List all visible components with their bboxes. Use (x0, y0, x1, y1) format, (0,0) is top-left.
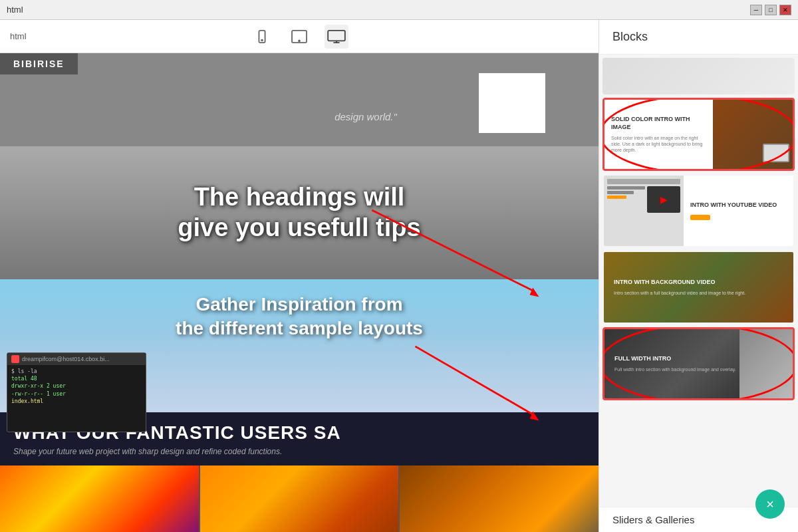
canvas-area: html (0, 20, 598, 532)
blocks-list[interactable]: SOLID COLOR INTRO WITH IMAGE Solid color… (599, 55, 798, 507)
block-2-cta (690, 215, 710, 220)
image-thumbnail-3 (400, 466, 598, 532)
block-intro-background-video[interactable]: INTRO WITH BACKGROUND VIDEO Intro sectio… (602, 251, 795, 324)
desktop-device-button[interactable] (325, 25, 348, 49)
youtube-preview: ▶ (647, 186, 680, 213)
window-title: html (7, 5, 23, 15)
section-top: BIBIRISE design world." (0, 53, 598, 146)
chat-body: $ ls -la total 48 drwxr-xr-x 2 user -rw-… (7, 365, 146, 408)
maximize-button[interactable]: □ (765, 5, 777, 15)
top-toolbar: html (0, 20, 598, 53)
image-thumbnail-2 (200, 466, 399, 532)
svg-point-3 (299, 40, 300, 41)
block-2-title: INTRO WITH YOUTUBE VIDEO (690, 201, 787, 209)
chat-terminal-overlay: dreampifcom@host014.cbox.bi... $ ls -la … (7, 352, 146, 432)
logo: BIBIRISE (0, 53, 78, 74)
close-button[interactable]: × (755, 489, 785, 519)
mobile-device-button[interactable] (250, 25, 274, 49)
page-preview: BIBIRISE design world." The headings wil… (0, 53, 598, 532)
block-solid-color-intro[interactable]: SOLID COLOR INTRO WITH IMAGE Solid color… (602, 98, 795, 171)
window-controls[interactable]: ─ □ ✕ (750, 5, 791, 15)
section-images (0, 466, 598, 532)
svg-rect-4 (328, 30, 345, 41)
heading-text: The headings will give you usefull tips (158, 176, 440, 249)
gather-text: Gather Inspiration from the different sa… (0, 279, 598, 341)
image-thumbnail-1 (0, 466, 199, 532)
chat-header: dreampifcom@host014.cbox.bi... (7, 353, 146, 365)
testimonial-subtext: Shape your future web project with sharp… (13, 447, 341, 456)
panel-header: Blocks (599, 20, 798, 55)
file-title: html (10, 31, 27, 41)
close-window-button[interactable]: ✕ (779, 5, 791, 15)
block-3-title: INTRO WITH BACKGROUND VIDEO (614, 279, 783, 287)
svg-point-1 (261, 39, 263, 41)
white-card (479, 73, 545, 133)
block-intro-youtube[interactable]: ▶ INTRO WITH YOUTUBE VIDEO (602, 174, 795, 247)
play-icon: ▶ (660, 194, 668, 205)
right-panel: Blocks SOLID COLOR INTRO WITH IMAGE Soli… (598, 20, 798, 532)
block-1-title: SOLID COLOR INTRO WITH IMAGE (611, 116, 706, 131)
canvas-content: BIBIRISE design world." The headings wil… (0, 53, 598, 532)
title-bar: html ─ □ ✕ (0, 0, 798, 20)
chat-app-icon (11, 355, 19, 363)
minimize-button[interactable]: ─ (750, 5, 762, 15)
main-layout: html (0, 20, 798, 532)
block-full-width-intro[interactable]: FULL WIDTH INTRO Full width intro sectio… (602, 327, 795, 400)
block-4-image (739, 329, 793, 398)
block-3-desc: Intro section with a full background vid… (614, 290, 783, 296)
section-heading: The headings will give you usefull tips (0, 146, 598, 279)
block-1-desc: Solid color intro with an image on the r… (611, 135, 706, 153)
tablet-device-button[interactable] (287, 25, 311, 49)
